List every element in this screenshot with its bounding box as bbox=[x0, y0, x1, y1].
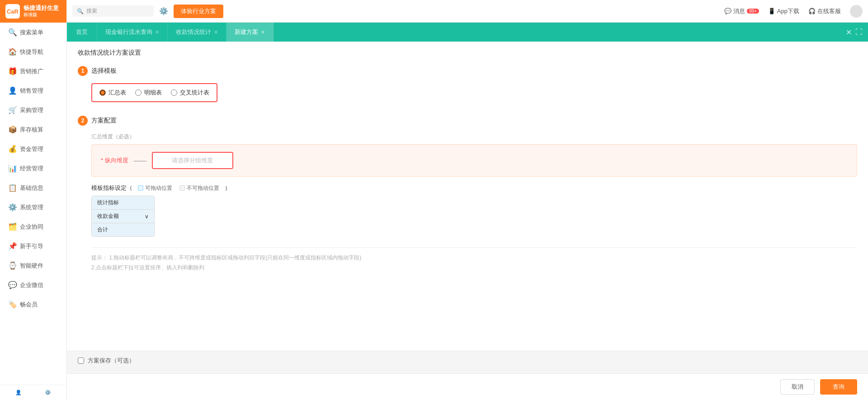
tab-receipt-stat-label: 收款情况统计 bbox=[176, 28, 211, 36]
logo-icon: CaR bbox=[5, 4, 20, 19]
legend-movable-label: 可拖动位置 bbox=[145, 184, 172, 192]
sidebar-item-search-menu[interactable]: 🔍 搜索菜单 bbox=[0, 23, 66, 42]
sidebar-item-system[interactable]: ⚙️ 系统管理 bbox=[0, 198, 66, 217]
indicator-settings: 模板指标设定（ 可拖动位置 不可拖动位置 bbox=[91, 184, 857, 238]
sidebar-item-member[interactable]: 🏷️ 畅会员 bbox=[0, 295, 66, 314]
tab-home[interactable]: 首页 bbox=[67, 23, 97, 42]
tab-bank-flow-close-icon[interactable]: ✕ bbox=[155, 29, 159, 35]
sidebar-item-label: 畅会员 bbox=[20, 301, 38, 309]
app-logo: CaR 畅捷通好生意 标准版 bbox=[0, 0, 66, 23]
legend-fixed: 不可拖动位置 bbox=[179, 184, 219, 192]
indicator-label-text: 模板指标设定（ bbox=[91, 184, 132, 192]
download-item[interactable]: 📱 App下载 bbox=[768, 7, 799, 15]
step2-title: 方案配置 bbox=[91, 117, 117, 125]
sidebar-item-label: 基础信息 bbox=[20, 184, 43, 192]
sales-icon: 👤 bbox=[8, 86, 16, 95]
sidebar-item-purchase[interactable]: 🛒 采购管理 bbox=[0, 100, 66, 120]
radio-summary-label[interactable]: 汇总表 bbox=[108, 89, 126, 97]
stat-table-row2: 合计 bbox=[92, 223, 154, 236]
sidebar-item-label: 资金管理 bbox=[20, 145, 43, 153]
notification-item[interactable]: 💬 消息 99+ bbox=[724, 7, 759, 15]
sidebar-item-finance[interactable]: 💰 资金管理 bbox=[0, 139, 66, 159]
sidebar-item-smart-hardware[interactable]: ⌚ 智能硬件 bbox=[0, 256, 66, 275]
template-select-wrapper: 汇总表 明细表 交叉统计表 bbox=[78, 83, 857, 111]
app-edition: 标准版 bbox=[24, 12, 59, 18]
sidebar-item-label: 系统管理 bbox=[20, 203, 43, 212]
settings-gear-icon[interactable]: ⚙️ bbox=[159, 7, 168, 15]
stat-table-header-label: 统计指标 bbox=[97, 199, 119, 207]
notification-label: 消息 bbox=[733, 7, 745, 15]
sidebar-bottom: 👤 ⚙️ bbox=[0, 385, 66, 400]
stat-table-row1[interactable]: 收款金额 ∨ bbox=[92, 210, 154, 223]
template-select: 汇总表 明细表 交叉统计表 bbox=[91, 83, 217, 102]
sidebar-item-beginner-guide[interactable]: 📌 新手引导 bbox=[0, 236, 66, 256]
trial-button[interactable]: 体验行业方案 bbox=[174, 5, 223, 18]
app-name: 畅捷通好生意 bbox=[24, 5, 59, 12]
service-item[interactable]: 🎧 在线客服 bbox=[808, 7, 841, 15]
radio-detail-label[interactable]: 明细表 bbox=[144, 89, 162, 97]
sidebar-item-basic-info[interactable]: 📋 基础信息 bbox=[0, 178, 66, 198]
page-title: 收款情况统计方案设置 bbox=[78, 49, 857, 57]
sidebar-item-enterprise-wechat[interactable]: 💬 企业微信 bbox=[0, 275, 66, 295]
page-content: 收款情况统计方案设置 1 选择模板 汇总表 明细表 bbox=[67, 42, 868, 373]
sidebar-item-quick-nav[interactable]: 🏠 快捷导航 bbox=[0, 42, 66, 61]
radio-summary[interactable]: 汇总表 bbox=[99, 89, 126, 97]
radio-detail[interactable]: 明细表 bbox=[135, 89, 162, 97]
service-label: 在线客服 bbox=[817, 7, 841, 15]
sidebar: CaR 畅捷通好生意 标准版 🔍 搜索菜单 🏠 快捷导航 🎁 营销推广 👤 销售… bbox=[0, 0, 67, 400]
sidebar-item-inventory[interactable]: 📦 库存核算 bbox=[0, 120, 66, 139]
search-menu-icon: 🔍 bbox=[8, 28, 16, 37]
sidebar-item-enterprise-collab[interactable]: 🗂️ 企业协同 bbox=[0, 217, 66, 236]
purchase-icon: 🛒 bbox=[8, 106, 16, 114]
stat-row1-dropdown-icon[interactable]: ∨ bbox=[145, 213, 149, 220]
legend-movable: 可拖动位置 bbox=[138, 184, 172, 192]
hint-section: 提示： 1.拖动标题栏可以调整布局，不可跨维度或指标区域拖动列目字段(只能在同一… bbox=[91, 247, 857, 273]
download-icon: 📱 bbox=[768, 8, 775, 14]
settings-bottom-icon: ⚙️ bbox=[45, 390, 51, 395]
smart-hardware-icon: ⌚ bbox=[8, 261, 16, 270]
sidebar-item-marketing[interactable]: 🎁 营销推广 bbox=[0, 61, 66, 81]
tab-bank-flow[interactable]: 现金银行流水查询 ✕ bbox=[97, 23, 168, 42]
tab-new-plan-close-icon[interactable]: ✕ bbox=[261, 29, 265, 35]
dimension-row-label: 纵向维度 bbox=[101, 156, 128, 165]
sidebar-item-sales[interactable]: 👤 销售管理 bbox=[0, 81, 66, 100]
cancel-button[interactable]: 取消 bbox=[780, 379, 815, 395]
sidebar-user-btn[interactable]: 👤 bbox=[15, 390, 22, 395]
step2: 2 方案配置 汇总维度（必选） 纵向维度 —— 请选择分组维度 bbox=[78, 116, 857, 273]
footer-checkbox[interactable] bbox=[78, 358, 84, 364]
step2-header: 2 方案配置 bbox=[78, 116, 857, 126]
user-avatar[interactable] bbox=[850, 5, 863, 18]
finance-icon: 💰 bbox=[8, 145, 16, 153]
stat-row2-label: 合计 bbox=[97, 226, 108, 233]
tabbar-expand-icon[interactable]: ⛶ bbox=[855, 28, 863, 36]
legend-movable-dot bbox=[138, 185, 143, 191]
step2-block: 汇总维度（必选） 纵向维度 —— 请选择分组维度 bbox=[91, 133, 857, 273]
radio-cross[interactable]: 交叉统计表 bbox=[171, 89, 209, 97]
indicator-settings-label: 模板指标设定（ 可拖动位置 不可拖动位置 bbox=[91, 184, 857, 192]
radio-cross-label[interactable]: 交叉统计表 bbox=[180, 89, 209, 97]
sidebar-item-label: 库存核算 bbox=[20, 126, 43, 134]
sidebar-settings-btn[interactable]: ⚙️ bbox=[45, 390, 51, 395]
step1-badge: 1 bbox=[78, 66, 88, 76]
radio-cross-input[interactable] bbox=[171, 89, 177, 96]
tab-new-plan-label: 新建方案 bbox=[235, 28, 258, 36]
sidebar-item-operations[interactable]: 📊 经营管理 bbox=[0, 159, 66, 178]
tab-new-plan[interactable]: 新建方案 ✕ bbox=[226, 23, 274, 42]
sidebar-item-label: 营销推广 bbox=[20, 67, 43, 75]
radio-detail-input[interactable] bbox=[135, 89, 142, 96]
query-button[interactable]: 查询 bbox=[820, 379, 857, 395]
dimension-section: 汇总维度（必选） 纵向维度 —— 请选择分组维度 bbox=[91, 133, 857, 177]
marketing-icon: 🎁 bbox=[8, 67, 16, 75]
stat-table: 统计指标 收款金额 ∨ 合计 bbox=[91, 196, 155, 237]
dimension-placeholder-box[interactable]: 请选择分组维度 bbox=[152, 152, 233, 169]
quick-nav-icon: 🏠 bbox=[8, 47, 16, 56]
tab-receipt-stat[interactable]: 收款情况统计 ✕ bbox=[168, 23, 226, 42]
dimension-section-label: 汇总维度（必选） bbox=[91, 133, 857, 141]
tabbar-close-icon[interactable]: ✕ bbox=[846, 28, 852, 37]
tab-receipt-stat-close-icon[interactable]: ✕ bbox=[214, 29, 218, 35]
topbar-search[interactable]: 🔍 搜索 bbox=[72, 5, 154, 17]
footer-label: 方案保存（可选） bbox=[88, 357, 135, 365]
radio-summary-input[interactable] bbox=[99, 89, 106, 96]
sidebar-item-label: 智能硬件 bbox=[20, 262, 43, 270]
stat-table-header: 统计指标 bbox=[92, 196, 154, 210]
